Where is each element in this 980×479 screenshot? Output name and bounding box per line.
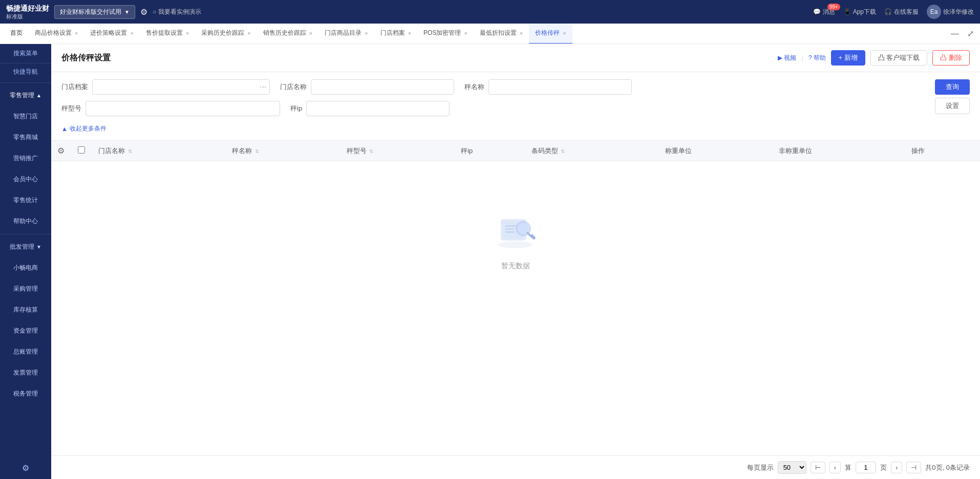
tab-close-icon[interactable]: ×: [130, 30, 133, 36]
tab-maximize-icon[interactable]: ⤢: [965, 27, 976, 40]
th-scale-ip: 秤ip: [455, 141, 525, 161]
sidebar-item-retail-stats[interactable]: 零售统计: [0, 190, 51, 211]
sidebar-settings-button[interactable]: ⚙: [0, 457, 51, 479]
th-store-name[interactable]: 门店名称 ⇅: [92, 141, 226, 161]
filter-store-file: 门店档案 ···: [61, 79, 270, 95]
help-icon: ?: [808, 54, 812, 61]
query-set-col: 查询 设置: [935, 79, 970, 114]
tab-store-catalog[interactable]: 门店商品目录 ×: [318, 24, 374, 44]
tab-selling-price[interactable]: 售价提取设置 ×: [140, 24, 195, 44]
store-file-ellipsis-icon[interactable]: ···: [257, 82, 269, 92]
sidebar-item-wholesale[interactable]: 批发管理 ▼: [0, 236, 51, 257]
tab-home[interactable]: 首页: [4, 24, 29, 44]
data-table: ⚙ 门店名称 ⇅ 秤名称 ⇅: [51, 141, 980, 312]
sidebar-item-marketing[interactable]: 营销推广: [0, 148, 51, 169]
tab-close-icon[interactable]: ×: [408, 30, 411, 36]
tab-close-icon[interactable]: ×: [186, 30, 189, 36]
store-file-input[interactable]: [93, 80, 257, 94]
sidebar: 搜索菜单 快捷导航 零售管理 ▲ 智慧门店 零售商城 营销推广 会员中心 零售统…: [0, 44, 51, 479]
col-operation: 操作: [911, 147, 925, 155]
tab-pos[interactable]: POS加密管理 ×: [417, 24, 474, 44]
app-download-button[interactable]: 📱 App下载: [843, 8, 876, 16]
help-label: 帮助: [814, 54, 826, 62]
sidebar-item-label: 总账管理: [13, 347, 38, 356]
sidebar-item-purchase[interactable]: 采购管理: [0, 278, 51, 299]
online-service-label: 在线客服: [894, 8, 919, 16]
sidebar-divider: [0, 82, 51, 83]
help-link[interactable]: ? 帮助: [808, 54, 826, 62]
video-link[interactable]: ▶ 视频: [778, 54, 796, 62]
sidebar-item-inventory[interactable]: 库存核算: [0, 299, 51, 320]
sidebar-item-tax[interactable]: 税务管理: [0, 383, 51, 404]
th-operation: 操作: [905, 141, 980, 161]
tab-purchase-strategy[interactable]: 进价策略设置 ×: [84, 24, 139, 44]
sidebar-item-label: 零售统计: [13, 196, 38, 205]
tab-price-scale[interactable]: 价格传秤 ×: [529, 24, 572, 44]
sidebar-item-label: 采购管理: [13, 285, 38, 293]
tab-minimize-icon[interactable]: —: [949, 27, 961, 40]
collapse-up-icon: ▲: [61, 125, 68, 133]
th-barcode-type[interactable]: 条码类型 ⇅: [525, 141, 659, 161]
sidebar-item-ecommerce[interactable]: 小畅电商: [0, 257, 51, 278]
settings-gear-icon[interactable]: ⚙: [140, 7, 147, 17]
scale-ip-input[interactable]: [306, 101, 450, 116]
sidebar-item-help[interactable]: 帮助中心: [0, 211, 51, 232]
tab-price-settings[interactable]: 商品价格设置 ×: [29, 24, 84, 44]
sidebar-item-invoice[interactable]: 发票管理: [0, 362, 51, 383]
tab-close-icon[interactable]: ×: [520, 30, 523, 36]
query-button[interactable]: 查询: [935, 79, 970, 95]
sidebar-item-ledger[interactable]: 总账管理: [0, 341, 51, 362]
sidebar-search[interactable]: 搜索菜单: [0, 44, 51, 63]
select-all-checkbox[interactable]: [78, 146, 85, 154]
tab-discount[interactable]: 最低折扣设置 ×: [474, 24, 529, 44]
store-name-input[interactable]: [311, 79, 454, 95]
add-button[interactable]: + 新增: [831, 50, 865, 66]
collapse-button[interactable]: ▲ 收起更多条件: [61, 124, 970, 136]
sidebar-item-retail-mall[interactable]: 零售商城: [0, 127, 51, 148]
tab-close-icon[interactable]: ×: [365, 30, 368, 36]
tab-label: POS加密管理: [423, 29, 461, 37]
tab-purchase-history[interactable]: 采购历史价跟踪 ×: [195, 24, 257, 44]
per-page-select[interactable]: 50 10 20 100: [778, 461, 806, 474]
sidebar-item-label: 智慧门店: [13, 112, 38, 121]
delete-button[interactable]: 凸 删除: [932, 50, 970, 66]
tab-close-icon[interactable]: ×: [247, 30, 250, 36]
sidebar-item-finance[interactable]: 资金管理: [0, 320, 51, 341]
table-settings-icon[interactable]: ⚙: [57, 146, 65, 155]
scale-model-input[interactable]: [86, 101, 280, 116]
page-actions: ▶ 视频 | ? 帮助 + 新增 凸 客户端下载 凸 删除: [778, 50, 970, 66]
set-button[interactable]: 设置: [935, 98, 970, 114]
page-label: 算: [845, 463, 851, 472]
sidebar-item-label: 小畅电商: [13, 264, 38, 272]
tab-label: 价格传秤: [535, 29, 560, 37]
prev-page-button[interactable]: ‹: [829, 462, 841, 473]
version-dropdown[interactable]: 好业财标准版交付试用 ▼: [54, 5, 135, 19]
version-text: 好业财标准版交付试用: [60, 8, 121, 16]
messages-button[interactable]: 💬 消息 99+: [813, 8, 835, 16]
download-button[interactable]: 凸 客户端下载: [870, 50, 928, 66]
svg-point-0: [499, 242, 533, 248]
tab-close-icon[interactable]: ×: [75, 30, 78, 36]
demo-link[interactable]: ○ 我要看实例演示: [153, 8, 201, 16]
next-page-button[interactable]: ›: [891, 462, 902, 473]
tab-store-archive[interactable]: 门店档案 ×: [374, 24, 417, 44]
user-menu[interactable]: Ea 徐泽华修改: [927, 5, 974, 19]
tab-close-icon[interactable]: ×: [563, 30, 566, 36]
sidebar-quick-nav[interactable]: 快捷导航: [0, 63, 51, 80]
last-page-button[interactable]: ⊣: [906, 462, 921, 473]
filter-scale-model: 秤型号: [61, 101, 280, 116]
first-page-button[interactable]: ⊢: [811, 462, 825, 473]
sidebar-item-retail[interactable]: 零售管理 ▲: [0, 85, 51, 106]
th-scale-model[interactable]: 秤型号 ⇅: [340, 141, 455, 161]
tab-close-icon[interactable]: ×: [309, 30, 312, 36]
tab-label: 销售历史价跟踪: [263, 29, 306, 37]
page-number-input[interactable]: [856, 462, 876, 473]
sidebar-item-label: 零售管理: [10, 91, 34, 100]
tab-sales-history[interactable]: 销售历史价跟踪 ×: [257, 24, 318, 44]
scale-name-input[interactable]: [488, 79, 632, 95]
tab-close-icon[interactable]: ×: [464, 30, 467, 36]
th-scale-name[interactable]: 秤名称 ⇅: [226, 141, 340, 161]
sidebar-item-member[interactable]: 会员中心: [0, 169, 51, 190]
online-service-button[interactable]: 🎧 在线客服: [884, 8, 919, 16]
sidebar-item-smart-store[interactable]: 智慧门店: [0, 106, 51, 127]
